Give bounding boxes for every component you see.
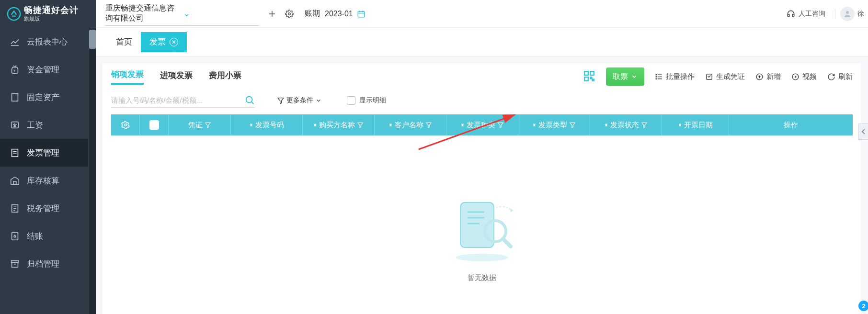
search-input[interactable] (111, 96, 244, 104)
sidebar-item-salary[interactable]: 工资 (0, 111, 88, 139)
close-icon[interactable]: ✕ (170, 38, 178, 46)
col-operation: 操作 (729, 114, 853, 135)
col-customer[interactable]: ▲▼ 客户名称 (375, 114, 446, 135)
more-conditions-button[interactable]: 更多条件 (275, 96, 324, 105)
sidebar-item-inventory[interactable]: 库存核算 (0, 167, 88, 194)
qr-button[interactable] (583, 70, 595, 84)
col-kind[interactable]: ▲▼ 发票种类 (446, 114, 518, 135)
subtab-label: 销项发票 (111, 70, 144, 79)
sidebar-scrollbar[interactable] (89, 28, 96, 314)
batch-button[interactable]: 批量操作 (655, 72, 695, 81)
brand-title: 畅捷通好会计 (24, 6, 79, 15)
filter-icon (357, 122, 364, 128)
filter-icon (641, 122, 648, 128)
sidebar-item-reports[interactable]: 云报表中心 (0, 28, 88, 56)
generate-voucher-button[interactable]: 生成凭证 (705, 72, 745, 81)
sidebar-item-label: 资金管理 (27, 64, 59, 75)
show-detail-checkbox[interactable]: 显示明细 (347, 96, 386, 105)
side-drawer-handle[interactable] (858, 123, 868, 140)
link-label: 新增 (766, 72, 781, 81)
svg-rect-11 (12, 94, 18, 101)
column-settings-button[interactable] (111, 114, 140, 135)
salary-icon (10, 120, 20, 130)
sidebar-item-funds[interactable]: ¥ 资金管理 (0, 56, 88, 83)
svg-point-3 (288, 12, 291, 15)
svg-rect-24 (12, 233, 18, 240)
add-button[interactable]: 新增 (755, 72, 781, 81)
refresh-button[interactable]: 刷新 (827, 72, 853, 81)
col-label: 开票日期 (684, 121, 713, 130)
settings-button[interactable] (281, 10, 298, 18)
sidebar-item-archive[interactable]: 归档管理 (0, 250, 88, 278)
sidebar-item-closing[interactable]: 结账 (0, 222, 88, 250)
svg-rect-30 (590, 71, 594, 75)
show-detail-label: 显示明细 (359, 96, 386, 105)
sidebar-item-label: 云报表中心 (27, 36, 68, 47)
filter-icon (205, 122, 211, 128)
brand-logo-icon (7, 7, 21, 21)
plus-circle-icon (755, 73, 764, 81)
add-button[interactable] (263, 10, 281, 18)
empty-illustration-icon (439, 188, 525, 265)
avatar[interactable] (840, 7, 855, 21)
building-icon (10, 92, 20, 102)
sidebar-item-label: 固定资产 (27, 92, 59, 103)
notification-bubble[interactable]: 2 (858, 301, 868, 311)
sidebar-item-assets[interactable]: 固定资产 (0, 83, 88, 111)
col-status[interactable]: ▲▼ 发票状态 (590, 114, 662, 135)
more-conditions-label: 更多条件 (286, 96, 313, 105)
video-button[interactable]: 视频 (791, 72, 817, 81)
tab-invoice[interactable]: 发票 ✕ (141, 32, 187, 52)
col-voucher[interactable]: 凭证 (169, 114, 231, 135)
col-number[interactable]: ▲▼ 发票号码 (231, 114, 303, 135)
col-buyer[interactable]: ▲▼ 购买方名称 (303, 114, 375, 135)
col-label: 客户名称 (395, 121, 423, 130)
svg-rect-29 (584, 71, 588, 75)
divider (835, 9, 835, 19)
tab-home[interactable]: 首页 (107, 32, 141, 52)
svg-point-38 (656, 76, 656, 77)
svg-point-25 (14, 236, 16, 237)
username: 徐 (857, 10, 864, 18)
chevron-down-icon (631, 73, 638, 80)
subtab-receipt[interactable]: 费用小票 (209, 70, 241, 84)
select-all-checkbox[interactable] (140, 114, 169, 135)
fetch-invoice-button[interactable]: 取票 (606, 67, 644, 86)
table-header: 凭证 ▲▼ 发票号码 ▲▼ 购买方名称 ▲▼ 客户名称 (111, 114, 853, 135)
subtab-label: 费用小票 (209, 71, 241, 80)
sidebar-item-invoice[interactable]: 发票管理 (0, 139, 88, 167)
subtab-sales[interactable]: 销项发票 (111, 69, 144, 85)
subtab-purchase[interactable]: 进项发票 (160, 70, 193, 84)
svg-rect-33 (593, 79, 594, 80)
link-label: 刷新 (838, 72, 853, 81)
svg-text:¥: ¥ (13, 68, 16, 73)
svg-marker-63 (510, 209, 514, 212)
support-label: 人工咨询 (799, 10, 825, 18)
col-date[interactable]: ▲▼ 开票日期 (662, 114, 729, 135)
svg-point-37 (656, 74, 656, 75)
col-label: 发票状态 (610, 121, 639, 130)
brand: 畅捷通好会计 旗舰版 (0, 0, 96, 28)
period-selector[interactable]: 2023-01 (325, 10, 365, 18)
voucher-icon (705, 73, 713, 81)
svg-marker-51 (358, 123, 363, 128)
svg-point-0 (8, 7, 20, 20)
table: 凭证 ▲▼ 发票号码 ▲▼ 购买方名称 ▲▼ 客户名称 (111, 114, 853, 282)
link-label: 视频 (802, 72, 817, 81)
warehouse-icon (10, 175, 20, 186)
archive-icon (10, 258, 20, 269)
funnel-icon (277, 97, 285, 104)
support-button[interactable]: 人工咨询 (786, 9, 825, 19)
col-label: 发票号码 (255, 121, 284, 130)
qr-icon (583, 70, 595, 82)
svg-marker-55 (642, 123, 647, 128)
sidebar-item-label: 发票管理 (27, 147, 59, 158)
main: 首页 发票 ✕ 销项发票 进项发票 费用小票 取票 批量 (96, 28, 868, 314)
sidebar-item-tax[interactable]: 税务管理 (0, 194, 88, 222)
search-icon[interactable] (244, 95, 255, 105)
col-type[interactable]: ▲▼ 发票类型 (518, 114, 590, 135)
bubble-count: 2 (862, 303, 865, 310)
company-selector[interactable]: 重庆畅捷交通信息咨询有限公司 ⌄ (105, 1, 259, 26)
tax-icon (10, 203, 20, 213)
period-label: 账期 (305, 9, 320, 19)
